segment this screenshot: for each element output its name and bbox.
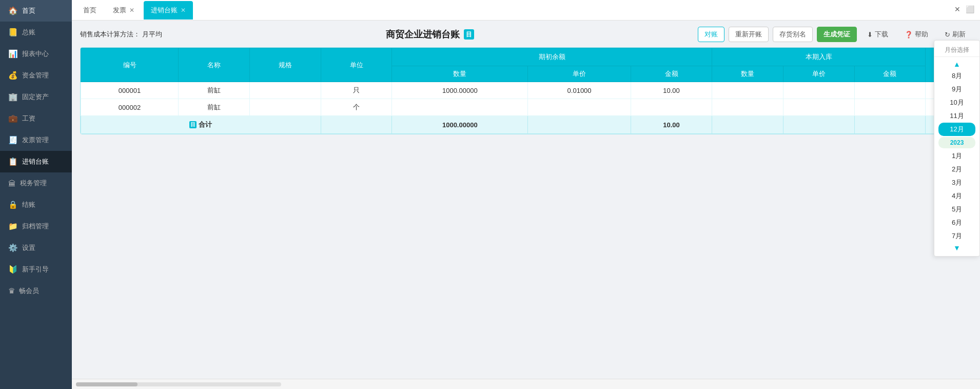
close-window-button[interactable]: ✕	[952, 4, 963, 14]
purchase-sales-icon: 📋	[8, 157, 18, 166]
sidebar-item-guide[interactable]: 🔰 新手引导	[0, 259, 72, 280]
sidebar-label-guide: 新手引导	[22, 265, 49, 274]
scroll-track[interactable]	[76, 382, 281, 386]
sidebar-item-archive[interactable]: 📁 归档管理	[0, 216, 72, 237]
table-row: 000002 前缸 个	[81, 99, 971, 116]
main-table: 编号 名称 规格 单位 期初余额 本期入库 数量 单价 金额 数量 单价	[80, 47, 972, 134]
month-2023-1[interactable]: 1月	[934, 149, 979, 163]
month-2022-9[interactable]: 9月	[934, 83, 979, 96]
sidebar: 🏠 首页 📒 总账 📊 报表中心 💰 资金管理 🏢 固定资产 💼 工资 🧾 发票…	[0, 0, 72, 389]
download-icon: ⬇	[867, 31, 873, 38]
col-unit: 单位	[321, 48, 392, 82]
refresh-label: 刷新	[952, 30, 966, 39]
total-inbound-amount	[854, 116, 926, 134]
generate-voucher-button[interactable]: 生成凭证	[817, 27, 857, 42]
row1-code: 000001	[81, 82, 179, 99]
sidebar-label-reports: 报表中心	[22, 49, 49, 59]
tab-invoice[interactable]: 发票 ✕	[106, 1, 142, 20]
sidebar-item-tax[interactable]: 🏛 税务管理	[0, 172, 72, 194]
sidebar-item-ledger[interactable]: 📒 总账	[0, 22, 72, 43]
sidebar-item-settings[interactable]: ⚙️ 设置	[0, 237, 72, 259]
month-scroll-down[interactable]: ▼	[934, 243, 979, 253]
sidebar-item-closing[interactable]: 🔒 结账	[0, 194, 72, 216]
row2-opening-qty	[392, 99, 528, 116]
sidebar-item-finance[interactable]: 💰 资金管理	[0, 65, 72, 86]
row2-opening-unit-price	[528, 99, 631, 116]
tab-purchase-sales-close[interactable]: ✕	[181, 7, 186, 14]
total-icon: 目	[189, 121, 197, 128]
row1-opening-amount: 10.00	[631, 82, 712, 99]
col-current-inbound: 本期入库	[712, 48, 926, 66]
maximize-window-button[interactable]: ⬜	[965, 4, 975, 14]
help-button[interactable]: ❓ 帮助	[898, 27, 934, 42]
sidebar-label-closing: 结账	[22, 200, 35, 209]
month-2022-12[interactable]: 12月	[938, 123, 975, 136]
cost-method: 销售成本计算方法： 月平均	[80, 30, 162, 39]
col-spec: 规格	[249, 48, 321, 82]
month-2022-8[interactable]: 8月	[934, 69, 979, 83]
month-panel-title: 月份选择	[934, 44, 979, 57]
month-2023-4[interactable]: 4月	[934, 189, 979, 203]
month-2023-5[interactable]: 5月	[934, 203, 979, 216]
total-inbound-qty	[712, 116, 783, 134]
tab-purchase-sales-label: 进销台账	[151, 6, 178, 15]
sidebar-item-assets[interactable]: 🏢 固定资产	[0, 86, 72, 108]
tab-purchase-sales[interactable]: 进销台账 ✕	[144, 1, 193, 20]
col-opening-qty: 数量	[392, 66, 528, 82]
row2-name: 前缸	[179, 99, 250, 116]
sidebar-item-purchase-sales[interactable]: 📋 进销台账	[0, 151, 72, 172]
sidebar-item-reports[interactable]: 📊 报表中心	[0, 43, 72, 65]
archive-icon: 📁	[8, 222, 18, 231]
tab-home[interactable]: 首页	[76, 1, 104, 20]
settings-icon: ⚙️	[8, 243, 18, 252]
table-total-row: 目 合计 1000.00000 10.00	[81, 116, 971, 134]
month-2023-2[interactable]: 2月	[934, 163, 979, 176]
total-label-wrapper: 目 合计	[86, 120, 316, 129]
row1-spec	[249, 82, 321, 99]
row1-inbound-unit-price	[783, 82, 854, 99]
month-2022-11[interactable]: 11月	[934, 109, 979, 123]
row2-opening-amount	[631, 99, 712, 116]
sidebar-item-invoice-mgr[interactable]: 🧾 发票管理	[0, 129, 72, 151]
month-2023-6[interactable]: 6月	[934, 216, 979, 229]
save-alias-button[interactable]: 存货别名	[773, 27, 813, 42]
sidebar-label-home: 首页	[22, 6, 35, 15]
refresh-button[interactable]: ↻ 刷新	[938, 27, 972, 42]
sidebar-label-finance: 资金管理	[22, 71, 49, 80]
year-2023-label: 2023	[938, 137, 975, 148]
row2-unit: 个	[321, 99, 392, 116]
tab-invoice-close[interactable]: ✕	[129, 7, 134, 14]
table-header-row: 编号 名称 规格 单位 期初余额 本期入库	[81, 48, 971, 66]
row2-code: 000002	[81, 99, 179, 116]
scroll-thumb[interactable]	[76, 382, 138, 386]
month-2022-10[interactable]: 10月	[934, 96, 979, 109]
member-icon: ♛	[8, 286, 15, 296]
content-area: 销售成本计算方法： 月平均 商贸企业进销台账 目 对账 重新开账 存货别名 生成…	[72, 21, 980, 379]
closing-icon: 🔒	[8, 200, 18, 209]
month-2023-3[interactable]: 3月	[934, 176, 979, 189]
cost-method-label: 销售成本计算方法：	[80, 30, 140, 38]
top-info-bar: 销售成本计算方法： 月平均 商贸企业进销台账 目 对账 重新开账 存货别名 生成…	[80, 27, 972, 42]
row2-inbound-amount	[854, 99, 926, 116]
sidebar-item-member[interactable]: ♛ 畅会员	[0, 280, 72, 302]
tab-home-label: 首页	[83, 6, 96, 15]
row2-inbound-qty	[712, 99, 783, 116]
col-opening-amount: 金额	[631, 66, 712, 82]
reports-icon: 📊	[8, 49, 18, 59]
sidebar-item-home[interactable]: 🏠 首页	[0, 0, 72, 22]
main-area: ✕ ⬜ 首页 发票 ✕ 进销台账 ✕ 销售成本计算方法： 月平均 商贸企业进销台…	[72, 0, 980, 389]
home-icon: 🏠	[8, 6, 18, 15]
sidebar-label-assets: 固定资产	[22, 92, 49, 102]
download-button[interactable]: ⬇ 下载	[861, 27, 894, 42]
sidebar-label-salary: 工资	[22, 114, 35, 123]
month-2023-7[interactable]: 7月	[934, 229, 979, 243]
month-scroll-up[interactable]: ▲	[934, 59, 979, 69]
total-opening-amount: 10.00	[631, 116, 712, 134]
reconcile-button[interactable]: 对账	[698, 27, 724, 42]
reopen-button[interactable]: 重新开账	[729, 27, 769, 42]
sidebar-item-salary[interactable]: 💼 工资	[0, 108, 72, 129]
action-buttons: 对账 重新开账 存货别名 生成凭证 ⬇ 下载 ❓ 帮助 ↻ 刷新	[698, 27, 972, 42]
title-doc-icon: 目	[464, 29, 474, 40]
row1-unit: 只	[321, 82, 392, 99]
row1-inbound-amount	[854, 82, 926, 99]
